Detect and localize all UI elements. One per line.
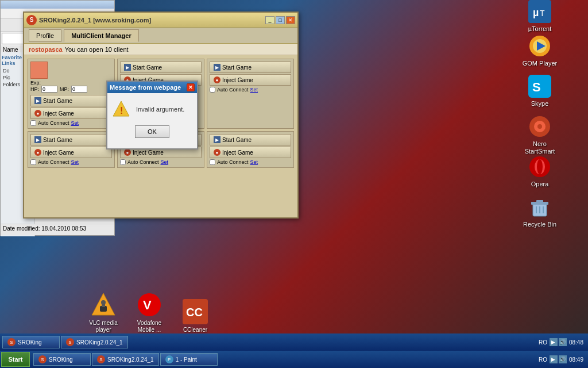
start-game-button-3[interactable]: ▶ Start Game bbox=[210, 62, 291, 73]
inject-game-button-4[interactable]: ● Inject Game bbox=[30, 147, 112, 158]
taskbar-items: S SROKing S SROKing2.0.24_1 P 1 - Paint bbox=[31, 353, 534, 366]
start-game-button-4[interactable]: ▶ Start Game bbox=[30, 134, 112, 145]
auto-connect-5: Auto Connect Set bbox=[120, 159, 202, 165]
dialog-ok-button[interactable]: OK bbox=[135, 125, 169, 138]
inject-icon-6: ● bbox=[214, 149, 220, 156]
desktop-icon-utorrent[interactable]: µ T µTorrent bbox=[520, 0, 559, 33]
desktop-icon-nero[interactable]: Nero StartSmart bbox=[520, 115, 559, 155]
taskbar-item-sroking[interactable]: S SROKing bbox=[33, 353, 91, 366]
skype-label: Skype bbox=[520, 100, 559, 108]
ccleaner-icon: CC bbox=[183, 299, 208, 324]
dialog-close-button[interactable]: ✕ bbox=[187, 83, 195, 91]
utorrent-label: µTorrent bbox=[520, 25, 559, 33]
auto-connect-check-5[interactable] bbox=[120, 159, 126, 165]
taskbar-item-paint[interactable]: P 1 - Paint bbox=[160, 353, 218, 366]
bottom-icon-vodafone[interactable]: V Vodafone Mobile ... bbox=[132, 292, 167, 334]
taskbar-tray: RO ▶ 🔊 08:49 bbox=[534, 355, 588, 363]
tray-icon-1: ▶ bbox=[550, 338, 558, 346]
user-message: You can open 10 client bbox=[65, 46, 129, 53]
auto-connect-1: Auto Connect Set bbox=[30, 120, 112, 126]
start-game-button-6[interactable]: ▶ Start Game bbox=[210, 134, 291, 145]
set-link-1[interactable]: Set bbox=[71, 120, 79, 126]
inject-icon-3: ● bbox=[214, 76, 220, 83]
svg-text:!: ! bbox=[120, 106, 123, 116]
recycle-bin-icon bbox=[528, 195, 551, 218]
dialog-message: Invalid argument. bbox=[136, 106, 184, 113]
set-link-4[interactable]: Set bbox=[71, 159, 79, 165]
taskbar2-sroking-icon: S bbox=[7, 338, 16, 346]
taskbar-paint-label: 1 - Paint bbox=[176, 356, 197, 363]
client-panel-1: Exp: HP: MP: ▶ Start Game ● Inject Game bbox=[28, 59, 115, 129]
bottom-icon-ccleaner[interactable]: CC CCleaner bbox=[178, 299, 212, 334]
taskbar2-tray-icons: ▶ 🔊 bbox=[550, 338, 567, 346]
auto-connect-label-3: Auto Connect bbox=[217, 87, 249, 93]
sroking-title: SROKing2.0.24_1 [www.sroking.com] bbox=[39, 17, 265, 24]
desktop-icon-gom[interactable]: GOM Player bbox=[520, 34, 559, 67]
inject-game-button-3[interactable]: ● Inject Game bbox=[210, 74, 291, 86]
desktop-icon-recycle[interactable]: Recycle Bin bbox=[520, 195, 559, 228]
message-dialog: Message from webpage ✕ ! Invalid argumen… bbox=[106, 80, 198, 150]
vodafone-label: Vodafone Mobile ... bbox=[132, 320, 167, 334]
desktop-icon-skype[interactable]: S Skype bbox=[520, 75, 559, 108]
bottom-icons: VLC media player V Vodafone Mobile ... C… bbox=[86, 292, 212, 334]
desktop: Name Date modified Type Size Favorite Li… bbox=[0, 0, 588, 368]
maximize-button[interactable]: □ bbox=[276, 16, 285, 24]
close-button[interactable]: ✕ bbox=[286, 16, 295, 24]
taskbar-clock: 08:49 bbox=[569, 356, 583, 363]
set-link-6[interactable]: Set bbox=[250, 159, 258, 165]
auto-connect-check-3[interactable] bbox=[210, 87, 215, 93]
sroking-icon: S bbox=[26, 15, 37, 25]
vodafone-icon: V bbox=[137, 292, 162, 317]
taskbar-sroking2-icon: S bbox=[97, 355, 105, 363]
taskbar: Start S SROKing S SROKing2.0.24_1 P 1 - … bbox=[0, 351, 588, 368]
inject-game-button-6[interactable]: ● Inject Game bbox=[210, 147, 291, 158]
dialog-title: Message from webpage bbox=[110, 84, 181, 91]
auto-connect-check-1[interactable] bbox=[30, 120, 36, 126]
set-link-3[interactable]: Set bbox=[250, 87, 258, 93]
minimize-button[interactable]: _ bbox=[265, 16, 274, 24]
start-game-button-1[interactable]: ▶ Start Game bbox=[30, 95, 112, 106]
auto-connect-3: Auto Connect Set bbox=[210, 87, 291, 93]
sroking-titlebar: S SROKing2.0.24_1 [www.sroking.com] _ □ … bbox=[24, 13, 297, 28]
auto-connect-6: Auto Connect Set bbox=[210, 159, 291, 165]
taskbar2-tray: RO ▶ 🔊 08:48 bbox=[534, 338, 588, 346]
tray-icon-2: 🔊 bbox=[559, 338, 567, 346]
svg-text:µ: µ bbox=[533, 7, 539, 18]
skype-icon: S bbox=[528, 75, 551, 98]
hp-input-1[interactable] bbox=[41, 86, 57, 93]
auto-connect-label-1: Auto Connect bbox=[38, 120, 69, 126]
taskbar2-item-sroking[interactable]: S SROKing bbox=[2, 336, 60, 348]
tab-profile[interactable]: Profile bbox=[29, 29, 61, 42]
svg-text:CC: CC bbox=[186, 306, 203, 319]
svg-point-15 bbox=[537, 159, 543, 174]
username: rostopasca bbox=[29, 46, 63, 53]
start-button[interactable]: Start bbox=[1, 352, 30, 367]
tab-multiclient[interactable]: MultiClient Manager bbox=[64, 29, 139, 42]
title-buttons: _ □ ✕ bbox=[265, 16, 295, 24]
taskbar-item-sroking2[interactable]: S SROKing2.0.24_1 bbox=[92, 353, 159, 366]
start-icon-4: ▶ bbox=[34, 136, 41, 143]
auto-connect-check-6[interactable] bbox=[210, 159, 215, 165]
auto-connect-label-5: Auto Connect bbox=[127, 159, 159, 165]
client-avatar-1 bbox=[30, 62, 48, 79]
taskbar2-sroking2-icon: S bbox=[66, 338, 74, 346]
start-icon-2: ▶ bbox=[124, 64, 131, 71]
bottom-icon-vlc[interactable]: VLC media player bbox=[86, 292, 121, 334]
start-game-button-2[interactable]: ▶ Start Game bbox=[120, 62, 202, 73]
auto-connect-check-4[interactable] bbox=[30, 159, 36, 165]
mp-input-1[interactable] bbox=[71, 86, 87, 93]
taskbar-tray-icons: ▶ 🔊 bbox=[550, 355, 567, 363]
start-icon-1: ▶ bbox=[34, 97, 41, 104]
inject-game-button-1[interactable]: ● Inject Game bbox=[30, 108, 112, 119]
inject-icon-4: ● bbox=[34, 149, 41, 156]
svg-text:S: S bbox=[532, 80, 541, 94]
svg-text:T: T bbox=[540, 9, 545, 18]
ccleaner-label: CCleaner bbox=[178, 327, 212, 334]
inject-icon-5: ● bbox=[124, 149, 131, 156]
taskbar2-sroking2-label: SROKing2.0.24_1 bbox=[76, 339, 123, 346]
set-link-5[interactable]: Set bbox=[161, 159, 169, 165]
nero-icon bbox=[528, 115, 551, 138]
desktop-icon-opera[interactable]: Opera bbox=[520, 155, 559, 188]
taskbar2-item-sroking2[interactable]: S SROKing2.0.24_1 bbox=[61, 336, 128, 348]
opera-label: Opera bbox=[520, 181, 559, 188]
